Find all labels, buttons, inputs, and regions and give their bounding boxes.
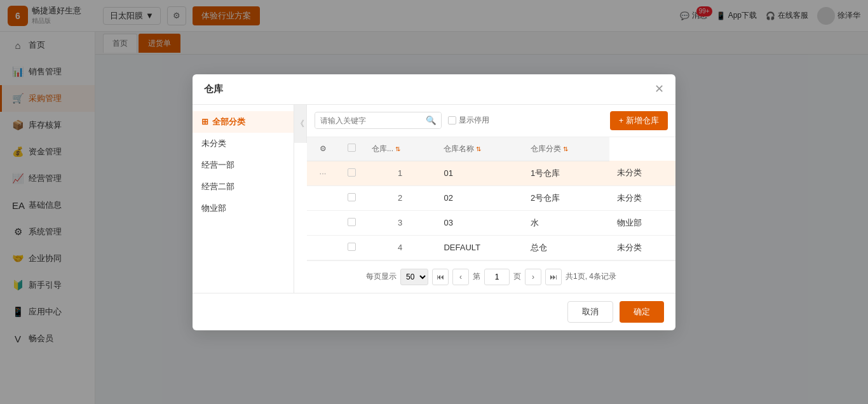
category-item-dept1[interactable]: 经营一部 <box>193 154 294 176</box>
table-row[interactable]: 4 DEFAULT 总仓 未分类 <box>307 235 675 260</box>
row-index: 4 <box>364 235 436 260</box>
row-name: 水 <box>523 210 609 235</box>
table-row[interactable]: 2 02 2号仓库 未分类 <box>307 185 675 210</box>
row-category: 未分类 <box>609 161 675 185</box>
row-checkbox[interactable] <box>348 168 356 177</box>
confirm-button[interactable]: 确定 <box>620 301 664 323</box>
modal-title: 仓库 <box>204 83 223 95</box>
collapse-panel-button[interactable]: 《 <box>294 105 307 143</box>
row-name: 2号仓库 <box>523 185 609 210</box>
table-body: ··· 1 01 1号仓库 未分类 2 02 2号仓库 未分类 3 03 水 <box>307 161 675 260</box>
row-index: 1 <box>364 161 436 185</box>
row-actions[interactable] <box>307 210 339 235</box>
next-page-button[interactable]: › <box>525 269 541 285</box>
row-actions[interactable]: ··· <box>307 161 339 185</box>
select-all-checkbox[interactable] <box>348 144 356 152</box>
table-row[interactable]: ··· 1 01 1号仓库 未分类 <box>307 161 675 185</box>
sort-category-icon[interactable]: ⇅ <box>563 145 568 152</box>
per-page-label: 每页显示 <box>366 271 397 282</box>
per-page-select[interactable]: 50 <box>400 269 428 285</box>
modal-close-button[interactable]: ✕ <box>654 83 664 95</box>
th-category: 仓库分类 ⇅ <box>523 137 609 161</box>
th-check <box>339 137 364 161</box>
page-unit: 页 <box>513 271 521 282</box>
row-code: 01 <box>436 161 522 185</box>
category-item-property[interactable]: 物业部 <box>193 198 294 219</box>
first-page-button[interactable]: ⏮ <box>432 269 449 285</box>
add-warehouse-button[interactable]: + 新增仓库 <box>610 111 668 130</box>
row-checkbox[interactable] <box>348 193 356 201</box>
row-name: 1号仓库 <box>523 161 609 185</box>
grid-icon: ⊞ <box>201 117 208 126</box>
category-all[interactable]: ⊞ 全部分类 <box>193 111 294 133</box>
show-disabled-label[interactable]: 显示停用 <box>448 115 489 126</box>
row-category: 未分类 <box>609 235 675 260</box>
row-checkbox-cell <box>339 235 364 260</box>
table-row[interactable]: 3 03 水 物业部 <box>307 210 675 235</box>
th-gear: ⚙ <box>307 137 339 161</box>
cancel-button[interactable]: 取消 <box>567 301 613 323</box>
th-name-label: 仓库名称 <box>444 144 474 154</box>
row-index: 3 <box>364 210 436 235</box>
th-name: 仓库名称 ⇅ <box>436 137 522 161</box>
search-input[interactable] <box>315 113 421 128</box>
row-actions[interactable] <box>307 235 339 260</box>
right-panel: 🔍 显示停用 + 新增仓库 ⚙ <box>307 105 675 293</box>
page-label: 第 <box>473 271 480 282</box>
right-toolbar: 🔍 显示停用 + 新增仓库 <box>307 105 675 137</box>
sort-name-icon[interactable]: ⇅ <box>476 145 481 152</box>
warehouse-modal: 仓库 ✕ ⊞ 全部分类 未分类 经营一部 经营二部 <box>193 74 675 330</box>
row-checkbox-cell <box>339 185 364 210</box>
search-button[interactable]: 🔍 <box>421 112 442 128</box>
search-box: 🔍 <box>315 112 442 129</box>
category-item-uncategorized[interactable]: 未分类 <box>193 133 294 154</box>
row-code: 03 <box>436 210 522 235</box>
pagination: 每页显示 50 ⏮ ‹ 第 页 › ⏭ 共1页, 4条记录 <box>307 260 675 293</box>
modal-header: 仓库 ✕ <box>193 74 675 105</box>
total-info: 共1页, 4条记录 <box>566 271 616 282</box>
th-category-label: 仓库分类 <box>531 144 561 154</box>
show-disabled-checkbox[interactable] <box>448 116 456 125</box>
th-code: 仓库... ⇅ <box>364 137 436 161</box>
th-code-label: 仓库... <box>372 144 393 154</box>
modal-body: ⊞ 全部分类 未分类 经营一部 经营二部 物业部 《 <box>193 105 675 293</box>
row-name: 总仓 <box>523 235 609 260</box>
row-checkbox[interactable] <box>348 218 356 226</box>
prev-page-button[interactable]: ‹ <box>452 269 469 285</box>
modal-footer: 取消 确定 <box>193 293 675 330</box>
row-code: 02 <box>436 185 522 210</box>
warehouse-table-wrapper: ⚙ 仓库... ⇅ <box>307 137 675 260</box>
row-index: 2 <box>364 185 436 210</box>
category-item-dept2[interactable]: 经营二部 <box>193 176 294 198</box>
modal-overlay: 仓库 ✕ ⊞ 全部分类 未分类 经营一部 经营二部 <box>0 0 868 404</box>
row-checkbox-cell <box>339 161 364 185</box>
last-page-button[interactable]: ⏭ <box>545 269 562 285</box>
row-checkbox[interactable] <box>348 243 356 251</box>
row-category: 物业部 <box>609 210 675 235</box>
sort-code-icon[interactable]: ⇅ <box>395 145 400 152</box>
row-checkbox-cell <box>339 210 364 235</box>
category-panel: ⊞ 全部分类 未分类 经营一部 经营二部 物业部 <box>193 105 294 293</box>
page-input[interactable] <box>484 269 510 285</box>
row-code: DEFAULT <box>436 235 522 260</box>
table-header: ⚙ 仓库... ⇅ <box>307 137 675 161</box>
row-category: 未分类 <box>609 185 675 210</box>
row-actions[interactable] <box>307 185 339 210</box>
warehouse-table: ⚙ 仓库... ⇅ <box>307 137 675 260</box>
